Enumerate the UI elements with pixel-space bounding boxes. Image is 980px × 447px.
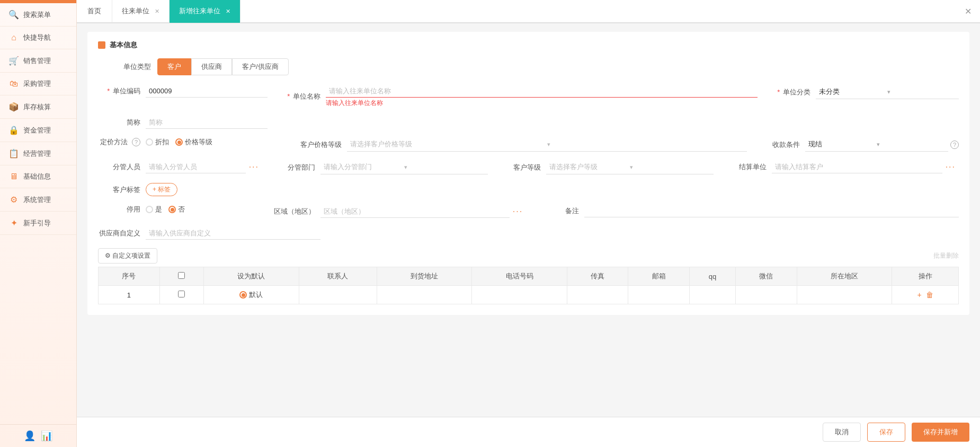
tab-home[interactable]: 首页 [77, 0, 112, 23]
disabled-no-label: 否 [178, 205, 185, 214]
customer-price-level-select[interactable]: 请选择客户价格等级 ▾ [347, 137, 747, 152]
pricing-radio-label-level: 价格等级 [185, 137, 212, 147]
settlement-unit-dots[interactable]: ··· [942, 160, 959, 174]
unit-category-label: * 单位分类 [768, 87, 816, 97]
pricing-radio-discount[interactable]: 折扣 [146, 137, 169, 147]
main-area: 首页 往来单位 ✕ 新增往来单位 ✕ ✕ 基本信息 单位类型 客户 供应商 客户… [77, 0, 980, 447]
tab-partners-close[interactable]: ✕ [155, 8, 159, 15]
unit-type-row: 单位类型 客户 供应商 客户/供应商 [98, 58, 959, 75]
tab-partners-label: 往来单位 [122, 6, 149, 16]
remark-input[interactable] [584, 205, 959, 217]
inventory-icon: 📦 [8, 102, 19, 112]
field-customer-tag: 客户标签 + 标签 [98, 183, 959, 196]
sidebar-item-inventory[interactable]: 📦 库存核算 [0, 95, 76, 119]
stats-icon[interactable]: 📊 [41, 430, 52, 442]
cancel-button[interactable]: 取消 [823, 423, 861, 442]
sidebar-item-operations[interactable]: 📋 经营管理 [0, 142, 76, 165]
department-select[interactable]: 请输入分管部门 ▾ [320, 160, 488, 174]
batch-delete-button[interactable]: 批量删除 [933, 251, 959, 260]
disabled-yes[interactable]: 是 [146, 205, 162, 214]
tab-home-label: 首页 [87, 6, 101, 16]
sidebar-item-finance[interactable]: 🔒 资金管理 [0, 119, 76, 142]
tab-bar: 首页 往来单位 ✕ 新增往来单位 ✕ ✕ [77, 0, 980, 23]
sidebar-item-newbie[interactable]: ✦ 新手引导 [0, 212, 76, 235]
form-row-manager: 分管人员 ··· 分管部门 请输入分管部门 ▾ 客户等级 请选择客户等级 [98, 160, 959, 174]
field-region: 区域（地区） ··· [273, 205, 526, 218]
row-checkbox[interactable] [178, 291, 185, 297]
disabled-no[interactable]: 否 [168, 205, 185, 214]
unit-name-label: * 单位名称 [278, 92, 326, 101]
tab-partners[interactable]: 往来单位 ✕ [112, 0, 170, 23]
manager-label: 分管人员 [98, 162, 146, 172]
manager-dots[interactable]: ··· [246, 160, 262, 174]
unit-type-customer[interactable]: 客户 [157, 58, 191, 75]
pricing-radio-level[interactable]: 价格等级 [175, 137, 212, 147]
sidebar: 🔍 搜索菜单 ⌂ 快捷导航 🛒 销售管理 🛍 采购管理 📦 库存核算 🔒 资金管… [0, 0, 77, 447]
tab-new-partner[interactable]: 新增往来单位 ✕ [170, 0, 240, 23]
form-row-disabled: 停用 是 否 [98, 205, 959, 218]
customer-level-select[interactable]: 请选择客户等级 ▾ [546, 160, 714, 174]
add-tag-button[interactable]: + 标签 [146, 183, 177, 196]
default-radio-dot [242, 293, 245, 297]
add-row-button[interactable]: + [917, 291, 921, 299]
window-close-button[interactable]: ✕ [956, 6, 980, 16]
region-label: 区域（地区） [273, 207, 320, 216]
sidebar-item-basic[interactable]: 🖥 基础信息 [0, 165, 76, 188]
customer-tag-label: 客户标签 [98, 185, 146, 195]
field-unit-code: * 单位编码 [98, 85, 268, 98]
col-address: 到货地址 [377, 267, 472, 286]
custom-settings-button[interactable]: ⚙ 自定义项设置 [98, 248, 157, 264]
delete-row-button[interactable]: 🗑 [926, 291, 933, 299]
sidebar-item-quicknav[interactable]: ⌂ 快捷导航 [0, 27, 76, 49]
pricing-radio-circle-discount [146, 138, 153, 146]
sidebar-item-purchase[interactable]: 🛍 采购管理 [0, 73, 76, 95]
unit-name-input[interactable] [326, 85, 758, 98]
form-row-shortname: 简称 [98, 116, 959, 129]
pricing-help-icon[interactable]: ? [132, 138, 140, 146]
payment-terms-chevron: ▾ [877, 141, 945, 148]
payment-terms-select[interactable]: 现结 ▾ [805, 137, 948, 152]
form-row-supplier-custom: 供应商自定义 [98, 227, 959, 240]
select-all-checkbox[interactable] [178, 272, 185, 279]
tab-new-partner-close[interactable]: ✕ [226, 8, 230, 15]
unit-type-supplier[interactable]: 供应商 [191, 58, 232, 75]
supplier-custom-input[interactable] [146, 227, 320, 240]
save-button[interactable]: 保存 [867, 423, 905, 442]
default-radio[interactable]: 默认 [209, 290, 293, 300]
cell-seq: 1 [99, 286, 160, 304]
sidebar-label-search: 搜索菜单 [23, 10, 51, 20]
payment-terms-help-icon[interactable]: ? [950, 141, 959, 149]
default-radio-circle [239, 291, 247, 299]
sidebar-item-system[interactable]: ⚙ 系统管理 [0, 188, 76, 212]
customer-level-label: 客户等级 [498, 163, 546, 172]
content-area: 基本信息 单位类型 客户 供应商 客户/供应商 * 单位编码 [77, 23, 980, 417]
unit-code-input[interactable] [146, 85, 268, 98]
newbie-icon: ✦ [8, 218, 19, 228]
unit-type-both[interactable]: 客户/供应商 [232, 58, 289, 75]
field-unit-category: * 单位分类 未分类 ▾ [768, 85, 959, 99]
cell-wechat [736, 286, 797, 304]
cell-email [628, 286, 690, 304]
field-manager: 分管人员 ··· [98, 160, 262, 174]
region-input[interactable] [320, 205, 510, 218]
unit-category-select[interactable]: 未分类 ▾ [816, 85, 959, 99]
field-customer-price-level: 客户价格等级 请选择客户价格等级 ▾ [299, 137, 747, 152]
user-icon[interactable]: 👤 [24, 430, 35, 442]
sidebar-item-search[interactable]: 🔍 搜索菜单 [0, 3, 76, 27]
section-title-icon [98, 41, 105, 49]
field-supplier-custom: 供应商自定义 [98, 227, 320, 240]
manager-input[interactable] [146, 161, 246, 173]
payment-terms-label: 收款条件 [758, 140, 805, 150]
save-and-new-button[interactable]: 保存并新增 [912, 423, 969, 442]
short-name-input[interactable] [146, 116, 268, 129]
settlement-unit-input[interactable] [772, 161, 942, 173]
sidebar-label-quicknav: 快捷导航 [23, 33, 51, 42]
col-default: 设为默认 [204, 267, 299, 286]
field-remark: 备注 [537, 205, 959, 217]
sidebar-label-basic: 基础信息 [23, 172, 51, 181]
cell-qq [689, 286, 735, 304]
sidebar-label-inventory: 库存核算 [23, 102, 51, 112]
purchase-icon: 🛍 [8, 79, 19, 89]
sidebar-item-sales[interactable]: 🛒 销售管理 [0, 49, 76, 73]
region-dots[interactable]: ··· [510, 205, 526, 218]
